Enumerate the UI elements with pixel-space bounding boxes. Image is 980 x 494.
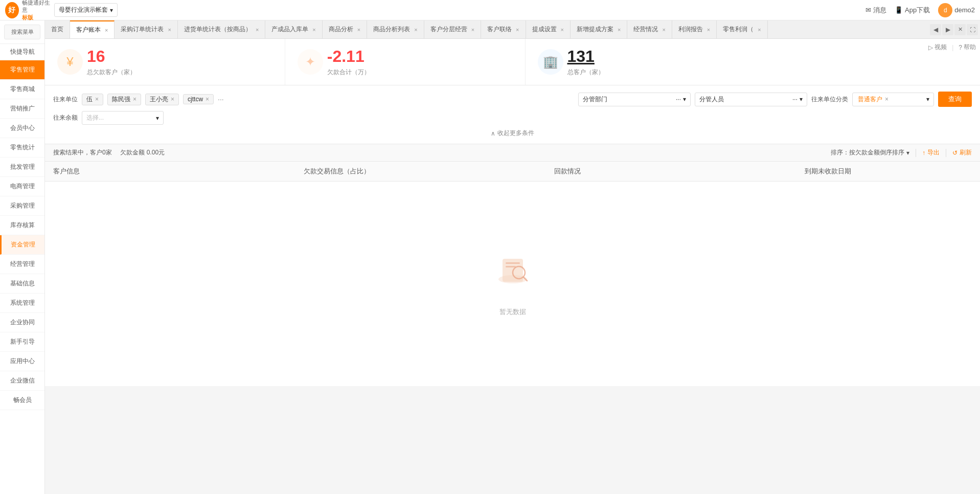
chevron-down-icon-balance: ▾ <box>156 115 159 122</box>
tab-profit-report[interactable]: 利润报告 × <box>672 20 717 39</box>
sidebar-item-inventory[interactable]: 库存核算 <box>0 216 44 235</box>
close-tab-product-inbound[interactable]: × <box>312 27 315 33</box>
sidebar-item-enterprise-wechat[interactable]: 企业微信 <box>0 371 44 391</box>
tab-commission-setting[interactable]: 提成设置 × <box>526 20 571 39</box>
close-tab-customer-tier[interactable]: × <box>471 27 474 33</box>
tab-new-commission[interactable]: 新增提成方案 × <box>571 20 627 39</box>
chevron-down-icon-person2: ▾ <box>800 96 803 103</box>
filter-row-1: 往来单位 伍 × 陈民强 × 王小亮 × cjttcw <box>53 92 972 107</box>
unit-type-select[interactable]: 普通客户 × ▾ <box>852 93 934 106</box>
data-table: 客户信息 欠款交易信息（占比） 回款情况 到期未收款日期 <box>45 162 980 386</box>
balance-select[interactable]: 选择... ▾ <box>82 111 164 125</box>
refresh-button[interactable]: ↺ 刷新 <box>952 148 972 157</box>
filter-more-btn[interactable]: ··· <box>218 95 224 103</box>
tab-scroll-right[interactable]: ▶ <box>942 24 953 35</box>
close-tab-purchase-stats[interactable]: × <box>168 27 171 33</box>
sidebar-item-member[interactable]: 畅会员 <box>0 391 44 410</box>
empty-icon <box>492 251 533 299</box>
message-btn[interactable]: ✉ 消息 <box>865 6 886 15</box>
tab-home[interactable]: 首页 <box>45 20 70 39</box>
close-tab-product-analysis-list[interactable]: × <box>414 27 417 33</box>
tab-purchase-stats[interactable]: 采购订单统计表 × <box>115 20 177 39</box>
stat-value-debt-amount: -2.11 <box>327 47 370 66</box>
table-header: 客户信息 欠款交易信息（占比） 回款情况 到期未收款日期 <box>45 162 980 182</box>
remove-tag-wu[interactable]: × <box>95 96 99 103</box>
sidebar-item-basic-info[interactable]: 基础信息 <box>0 274 44 294</box>
tab-product-analysis[interactable]: 商品分析 × <box>323 20 367 39</box>
remove-tag-chen[interactable]: × <box>133 96 136 103</box>
main-layout: 搜索菜单 快捷导航 零售管理 零售商城 营销推广 会员中心 零售统计 批发管理 … <box>0 20 980 494</box>
remove-tag-wang[interactable]: × <box>171 96 174 103</box>
app-download-btn[interactable]: 📱 App下载 <box>895 6 930 15</box>
tab-customer-tier[interactable]: 客户分层经营 × <box>424 20 481 39</box>
remove-tag-cjttcw[interactable]: × <box>206 96 209 103</box>
tab-scroll-left[interactable]: ◀ <box>930 24 941 35</box>
stats-row: ¥ 16 总欠款客户（家） ✦ -2.11 欠款合计（万） <box>45 39 980 85</box>
close-tab-customer-ledger[interactable]: × <box>105 27 108 33</box>
filter-tag-wu: 伍 × <box>82 94 103 105</box>
sidebar-item-retail-mall[interactable]: 零售商城 <box>0 80 44 99</box>
close-tab-customer-contact[interactable]: × <box>516 27 519 33</box>
tab-bar: 首页 客户账本 × 采购订单统计表 × 进货单统计表（按商品） × 产成品入库单… <box>45 20 980 39</box>
tab-operations[interactable]: 经营情况 × <box>627 20 672 39</box>
sidebar-item-operations[interactable]: 经营管理 <box>0 255 44 274</box>
tab-product-analysis-list[interactable]: 商品分析列表 × <box>367 20 424 39</box>
stat-total-debt-amount: ✦ -2.11 欠款合计（万） <box>285 39 526 85</box>
remove-tag-normal-customer[interactable]: × <box>885 96 888 103</box>
close-tab-product-analysis[interactable]: × <box>357 27 360 33</box>
tab-inbound-stats[interactable]: 进货单统计表（按商品） × <box>178 20 265 39</box>
sort-select[interactable]: 排序：按欠款金额倒序排序 ▾ <box>831 148 909 157</box>
sidebar-item-member-center[interactable]: 会员中心 <box>0 119 44 138</box>
tab-retail-profit[interactable]: 零售利润（ × <box>717 20 767 39</box>
close-tab-commission-setting[interactable]: × <box>561 27 564 33</box>
tab-customer-contact[interactable]: 客户联络 × <box>481 20 526 39</box>
quick-nav-button[interactable]: 快捷导航 <box>0 44 44 60</box>
person-select[interactable]: 分管人员 ··· ▾ <box>695 93 807 106</box>
sidebar-item-system-mgmt[interactable]: 系统管理 <box>0 294 44 313</box>
sidebar-item-retail-mgmt[interactable]: 零售管理 <box>0 60 44 80</box>
sidebar-item-app-center[interactable]: 应用中心 <box>0 352 44 371</box>
query-button[interactable]: 查询 <box>938 92 972 107</box>
sidebar-item-purchase[interactable]: 采购管理 <box>0 196 44 216</box>
result-bar: 搜索结果中，客户0家 欠款金额 0.00元 排序：按欠款金额倒序排序 ▾ ↑ 导… <box>45 144 980 162</box>
svg-rect-3 <box>506 266 516 267</box>
message-icon: ✉ <box>865 6 871 14</box>
filter-tag-wang: 王小亮 × <box>145 94 179 105</box>
sidebar-item-enterprise-collab[interactable]: 企业协同 <box>0 313 44 332</box>
help-icon: ? <box>959 44 962 51</box>
account-selector[interactable]: 母婴行业演示帐套 ▾ <box>54 3 118 17</box>
tab-close-all[interactable]: ✕ <box>954 24 966 35</box>
sidebar-item-ecommerce[interactable]: 电商管理 <box>0 177 44 196</box>
tab-maximize[interactable]: ⛶ <box>967 24 978 35</box>
tab-customer-ledger[interactable]: 客户账本 × <box>70 20 115 39</box>
video-icon: ▷ <box>928 44 933 51</box>
col-debt-info: 欠款交易信息（占比） <box>304 167 554 176</box>
page-content: ¥ 16 总欠款客户（家） ✦ -2.11 欠款合计（万） <box>45 39 980 494</box>
close-tab-retail-profit[interactable]: × <box>758 27 761 33</box>
content-area: 首页 客户账本 × 采购订单统计表 × 进货单统计表（按商品） × 产成品入库单… <box>45 20 980 494</box>
dept-select[interactable]: 分管部门 ··· ▾ <box>578 93 691 106</box>
sidebar-item-marketing[interactable]: 营销推广 <box>0 99 44 119</box>
close-tab-operations[interactable]: × <box>662 27 665 33</box>
sidebar-item-beginner[interactable]: 新手引导 <box>0 332 44 352</box>
chevron-up-icon: ∧ <box>491 130 495 137</box>
sidebar-item-wholesale[interactable]: 批发管理 <box>0 158 44 177</box>
user-menu[interactable]: d demo2 <box>938 3 975 17</box>
stat-label-debt-amount: 欠款合计（万） <box>327 68 370 77</box>
close-tab-new-commission[interactable]: × <box>618 27 621 33</box>
sidebar-item-capital-mgmt[interactable]: 资金管理 <box>0 235 44 255</box>
help-btn[interactable]: ? 帮助 <box>959 43 976 52</box>
tab-product-inbound[interactable]: 产成品入库单 × <box>265 20 322 39</box>
collapse-btn[interactable]: ∧ 收起更多条件 <box>53 129 972 138</box>
chevron-down-icon-dept2: ▾ <box>683 96 686 103</box>
app-icon: 📱 <box>895 6 903 14</box>
stat-total-debt-customers: ¥ 16 总欠款客户（家） <box>45 39 285 85</box>
sidebar-item-retail-stats[interactable]: 零售统计 <box>0 138 44 158</box>
close-tab-inbound-stats[interactable]: × <box>256 27 259 33</box>
filter-label-unit: 往来单位 <box>53 95 78 104</box>
search-menu-button[interactable]: 搜索菜单 <box>4 25 40 39</box>
top-right-area: ✉ 消息 📱 App下载 d demo2 <box>865 3 975 17</box>
export-button[interactable]: ↑ 导出 <box>922 148 940 157</box>
close-tab-profit-report[interactable]: × <box>707 27 710 33</box>
video-btn[interactable]: ▷ 视频 <box>928 43 947 52</box>
